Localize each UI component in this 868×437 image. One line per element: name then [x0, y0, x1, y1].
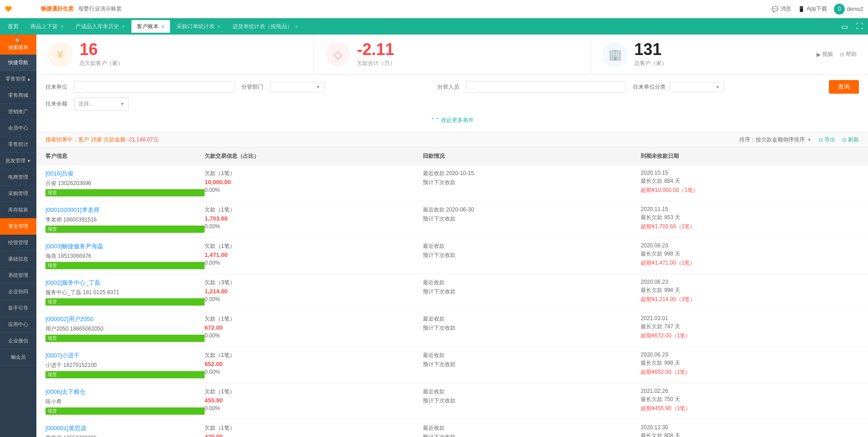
video-btn[interactable]: ▶ 视频 — [817, 50, 833, 58]
customer-info-3: [0002]服务中心_丁磊 服务中心_丁磊 181 0125 8371 现货 — [45, 279, 205, 306]
user-profile-btn[interactable]: D demo2 — [834, 4, 863, 15]
unit-category-select[interactable]: ▼ — [669, 82, 724, 92]
customer-name-5[interactable]: [0007]小进干 — [45, 352, 205, 360]
sidebar: 🔍 搜索菜单 快捷导航 零售管理 ▲ 零售商城 营销推广 会员中心 零售统计 — [0, 35, 36, 437]
sidebar-search-btn[interactable]: 🔍 搜索菜单 — [0, 35, 36, 55]
tab-product-history[interactable]: 产成品入库单历史 ✕ — [70, 20, 130, 33]
sidebar-item-marketing[interactable]: 营销推广 — [0, 104, 36, 120]
customer-contact-0: 吕俊 13026203696 — [45, 180, 205, 187]
tab-close-purchase-order[interactable]: ✕ — [217, 24, 221, 29]
header-due-date: 到期未收款日期 — [641, 152, 859, 160]
customer-name-0[interactable]: [0016]吕俊 — [45, 170, 205, 178]
app-download-btn[interactable]: 📱 App下载 — [798, 5, 827, 13]
sidebar-item-sys-mgmt[interactable]: 系统管理 — [0, 267, 36, 284]
content-area: ¥ 16 总欠款客户（家） ◇ -2.11 欠款合计（万） 🏢 131 总客户（… — [36, 35, 868, 437]
video-icon: ▶ — [817, 51, 821, 58]
stat-debt-total-info: -2.11 欠款合计（万） — [357, 41, 395, 67]
customer-name-1[interactable]: [0001020001]李老师 — [45, 206, 205, 214]
overdue-link-5[interactable]: 超期¥652.00（1笔） — [641, 368, 859, 376]
sidebar-item-finance[interactable]: 资金管理 — [0, 218, 36, 235]
overdue-link-3[interactable]: 超期¥1,214.00（3笔） — [641, 296, 859, 303]
sidebar-item-new-guide[interactable]: 新手引导 — [0, 300, 36, 316]
sidebar-item-purchase-mgmt[interactable]: 采购管理 — [0, 186, 36, 202]
window-restore-btn[interactable]: ▭ — [839, 21, 850, 32]
overdue-link-0[interactable]: 超期¥10,000.00（1笔） — [641, 186, 859, 194]
customer-name-7[interactable]: [000001]黄思源 — [45, 424, 205, 432]
recovery-info-5: 最近收款 预计下次收款 — [423, 352, 641, 368]
debt-info-2: 欠款（1笔） 1,471.00 0.00% — [205, 242, 423, 266]
balance-label: 往来余额 — [45, 100, 70, 108]
app-logo: 🧡 — [5, 5, 12, 12]
sidebar-item-retail-mall[interactable]: 零售商城 — [0, 87, 36, 104]
dept-chevron: ▼ — [316, 85, 321, 90]
download-icon: 📱 — [798, 6, 805, 12]
manager-input[interactable]: ... — [466, 81, 627, 93]
header-customer-info: 客户信息 — [45, 152, 205, 160]
sidebar-item-enterprise-wechat[interactable]: 企业微信 — [0, 333, 36, 349]
help-btn[interactable]: ⊙ 帮助 — [840, 50, 857, 58]
overdue-link-1[interactable]: 超期¥1,703.68（1笔） — [641, 223, 859, 231]
customer-name-6[interactable]: [0006]去下粮仓 — [45, 388, 205, 396]
results-actions: 排序：按欠款金额倒序排序 ▼ ⊙ 导出 ⊙ 刷新 — [739, 136, 859, 144]
sidebar-item-ecommerce[interactable]: 电商管理 — [0, 169, 36, 186]
sidebar-item-enterprise-coop[interactable]: 企业协同 — [0, 284, 36, 300]
sidebar-item-base-info[interactable]: 基础信息 — [0, 251, 36, 267]
overdue-link-6[interactable]: 超期¥455.90（1笔） — [641, 405, 859, 412]
tab-purchase-order[interactable]: 采购订单统计表 ✕ — [171, 20, 226, 33]
due-info-7: 2020.12.30 最长欠款 808 天 超期¥429.00（1笔） — [641, 424, 859, 437]
sort-dropdown[interactable]: 排序：按欠款金额倒序排序 ▼ — [739, 136, 812, 144]
debt-customers-value: 16 — [80, 41, 123, 58]
search-button[interactable]: 查询 — [829, 80, 859, 94]
customer-tag-5: 现货 — [45, 371, 205, 378]
retail-mgmt-arrow: ▲ — [27, 77, 31, 81]
sidebar-item-app-center[interactable]: 应用中心 — [0, 316, 36, 333]
sidebar-item-retail-mgmt[interactable]: 零售管理 ▲ — [0, 71, 36, 87]
stats-row: ¥ 16 总欠款客户（家） ◇ -2.11 欠款合计（万） 🏢 131 总客户（… — [36, 35, 868, 75]
unit-category-label: 往来单位分类 — [633, 83, 666, 91]
tab-close-product-history[interactable]: ✕ — [121, 24, 125, 29]
collapse-filter-btn[interactable]: ⌃⌃ 收起更多条件 — [45, 114, 859, 126]
sidebar-item-inventory[interactable]: 库存核算 — [0, 202, 36, 218]
customer-name-3[interactable]: [0002]服务中心_丁磊 — [45, 279, 205, 287]
sort-chevron: ▼ — [807, 137, 812, 142]
overdue-link-4[interactable]: 超期¥672.00（1笔） — [641, 332, 859, 340]
window-expand-btn[interactable]: ⛶ — [854, 21, 866, 32]
top-bar: 🧡 畅捷通好生意 母婴行业演示账套 💬 消息 📱 App下载 D demo2 — [0, 0, 868, 18]
tab-home[interactable]: 首页 — [2, 20, 24, 33]
export-btn[interactable]: ⊙ 导出 — [818, 136, 835, 144]
tab-close-customer-account[interactable]: ✕ — [161, 24, 165, 29]
tab-close-product-on-off[interactable]: ✕ — [60, 24, 64, 29]
customer-name-4[interactable]: [000002]用户2050 — [45, 315, 205, 323]
customer-info-1: [0001020001]李老师 李老师 18600391516 现货 — [45, 206, 205, 233]
due-info-4: 2021.03.01 最长欠款 747 天 超期¥672.00（1笔） — [641, 315, 859, 340]
sidebar-item-member-center[interactable]: 会员中心 — [0, 120, 36, 136]
refresh-btn[interactable]: ⊙ 刷新 — [842, 136, 859, 144]
overdue-link-2[interactable]: 超期¥1,471.00（1笔） — [641, 259, 859, 267]
sidebar-nav: 零售管理 ▲ 零售商城 营销推广 会员中心 零售统计 批发管理 ▼ 电商管理 — [0, 71, 36, 437]
balance-select[interactable]: 选择... ▼ — [74, 97, 129, 111]
tab-close-inventory-stats[interactable]: ✕ — [295, 24, 298, 29]
sidebar-item-chang-member[interactable]: 畅会员 — [0, 349, 36, 366]
sidebar-item-quick-nav[interactable]: 快捷导航 — [0, 55, 36, 71]
sidebar-item-batch-mgmt[interactable]: 批发管理 ▼ — [0, 153, 36, 169]
due-info-2: 2020.06.23 最长欠款 998 天 超期¥1,471.00（1笔） — [641, 242, 859, 267]
stat-total-customers: 🏢 131 总客户（家） ▶ 视频 ⊙ 帮助 — [591, 35, 868, 74]
sort-label: 排序：按欠款金额倒序排序 — [739, 136, 805, 144]
tab-inventory-stats[interactable]: 进货单统计表（按商品） ✕ — [227, 20, 304, 33]
source-unit-input[interactable]: ... — [74, 81, 235, 93]
tab-customer-account[interactable]: 客户账本 ✕ — [131, 20, 170, 33]
sidebar-item-retail-stats[interactable]: 零售统计 — [0, 136, 36, 153]
stat-debt-customers-info: 16 总欠款客户（家） — [80, 41, 123, 67]
debt-total-icon: ◇ — [325, 42, 350, 67]
tab-product-on-off[interactable]: 商品上下架 ✕ — [25, 20, 69, 33]
due-info-1: 2020.11.15 最长欠款 853 天 超期¥1,703.68（1笔） — [641, 206, 859, 231]
dept-select[interactable]: ▼ — [270, 82, 325, 92]
due-info-0: 2020.10.15 最长欠款 884 天 超期¥10,000.00（1笔） — [641, 170, 859, 194]
table-row: [0007]小进干 小进干 18279152100 现货 欠款（1笔） 652.… — [36, 347, 868, 383]
sidebar-item-operations[interactable]: 经营管理 — [0, 235, 36, 251]
debt-total-label: 欠款合计（万） — [357, 60, 395, 67]
refresh-icon: ⊙ — [842, 137, 847, 143]
source-unit-label: 往来单位 — [45, 83, 70, 91]
message-btn[interactable]: 💬 消息 — [772, 5, 791, 13]
customer-name-2[interactable]: [0003]畅捷服务尹海蕊 — [45, 242, 205, 251]
